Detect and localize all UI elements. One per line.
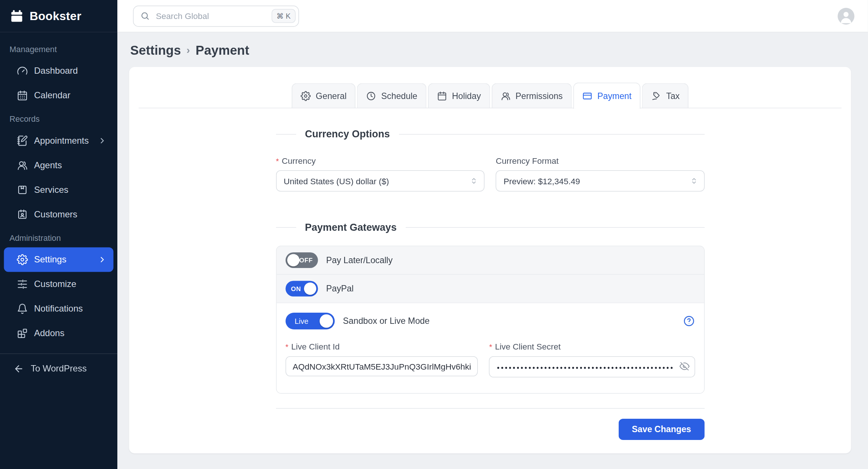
settings-card: General Schedule Holiday <box>129 67 852 453</box>
calendar-icon <box>437 91 447 101</box>
sidebar: Bookster Management Dashboard Calendar R… <box>0 0 117 469</box>
sidebar-item-agents[interactable]: Agents <box>4 153 114 178</box>
breadcrumb-settings[interactable]: Settings <box>130 43 181 58</box>
sidebar-item-calendar[interactable]: Calendar <box>4 83 114 108</box>
gear-icon <box>301 91 311 101</box>
sidebar-item-dashboard[interactable]: Dashboard <box>4 59 114 83</box>
sidebar-item-label: To WordPress <box>31 364 87 374</box>
eye-off-icon[interactable] <box>679 361 690 371</box>
masked-secret-value: ••••••••••••••••••••••••••••••••••••••••… <box>497 363 674 372</box>
tab-general[interactable]: General <box>292 83 355 109</box>
gateway-box: OFF Pay Later/Locally ON PayPal <box>276 246 705 394</box>
tab-permissions[interactable]: Permissions <box>491 83 571 109</box>
sidebar-item-notifications[interactable]: Notifications <box>4 297 114 321</box>
blocks-icon <box>17 328 28 339</box>
nav-section-records: Records <box>0 108 117 129</box>
pay-later-label: Pay Later/Locally <box>326 255 393 265</box>
toggle-state-label: Live <box>285 317 318 325</box>
sidebar-item-label: Settings <box>34 255 92 265</box>
help-icon[interactable] <box>683 315 695 327</box>
currency-format-label: Currency Format <box>496 156 559 166</box>
contact-card-icon <box>17 209 28 220</box>
currency-select[interactable]: United States (US) dollar ($) <box>276 170 485 192</box>
gateway-row-paypal: ON PayPal <box>276 275 704 303</box>
paypal-settings-panel: Live Sandbox or Live Mode <box>276 303 704 393</box>
arrow-left-icon <box>13 363 24 374</box>
select-chevrons-icon <box>469 176 478 185</box>
required-asterisk: * <box>285 342 288 351</box>
paypal-label: PayPal <box>326 284 354 294</box>
credit-card-icon <box>582 91 592 101</box>
brand-logo[interactable]: Bookster <box>0 0 117 32</box>
sidebar-item-settings[interactable]: Settings <box>4 248 114 272</box>
tab-label: Tax <box>666 91 679 101</box>
pay-later-toggle[interactable]: OFF <box>285 252 318 268</box>
sidebar-item-addons[interactable]: Addons <box>4 321 114 346</box>
search-icon <box>140 11 150 21</box>
breadcrumb-payment: Payment <box>196 43 249 58</box>
live-client-id-input[interactable] <box>285 356 478 376</box>
currency-format-select[interactable]: Preview: $12,345.49 <box>496 170 704 192</box>
tabs-underline <box>139 108 842 109</box>
live-client-id-field: * Live Client Id <box>285 342 478 377</box>
sidebar-item-to-wordpress[interactable]: To WordPress <box>0 354 117 383</box>
sidebar-item-customers[interactable]: Customers <box>4 202 114 227</box>
breadcrumb: Settings › Payment <box>117 32 868 67</box>
sidebar-item-label: Addons <box>34 328 107 338</box>
sidebar-item-label: Appointments <box>34 136 92 146</box>
notebook-pen-icon <box>17 135 28 146</box>
currency-label: Currency <box>282 156 316 166</box>
calendar-logo-icon <box>10 9 24 23</box>
user-avatar[interactable] <box>838 7 855 24</box>
tab-schedule[interactable]: Schedule <box>357 83 426 109</box>
topbar: ⌘ K <box>117 0 868 32</box>
paypal-toggle[interactable]: ON <box>285 281 318 297</box>
section-currency-options: Currency Options <box>276 128 705 140</box>
gear-icon <box>17 254 28 265</box>
required-asterisk: * <box>489 342 492 351</box>
chevron-right-icon <box>98 255 107 264</box>
form-bottom-divider <box>276 408 705 409</box>
section-title: Payment Gateways <box>305 222 397 234</box>
select-chevrons-icon <box>690 176 698 185</box>
currency-format-select-value: Preview: $12,345.49 <box>504 176 690 186</box>
sandbox-live-toggle[interactable]: Live <box>285 313 335 329</box>
users-icon <box>500 91 510 101</box>
tab-tax[interactable]: Tax <box>642 83 689 109</box>
sidebar-nav: Management Dashboard Calendar Records Ap… <box>0 32 117 383</box>
calendar-icon <box>17 90 28 101</box>
gauge-icon <box>17 66 28 77</box>
sandbox-live-label: Sandbox or Live Mode <box>343 316 430 326</box>
toggle-state-label: ON <box>291 285 301 292</box>
payment-form: Currency Options * Currency United State… <box>276 128 705 440</box>
live-client-id-label: Live Client Id <box>291 342 340 351</box>
live-client-secret-field: * Live Client Secret •••••••••••••••••••… <box>489 342 695 377</box>
gateway-row-pay-later: OFF Pay Later/Locally <box>276 246 704 275</box>
sidebar-item-label: Customers <box>34 210 107 220</box>
sliders-icon <box>17 279 28 290</box>
bell-icon <box>17 303 28 315</box>
live-client-secret-input[interactable]: ••••••••••••••••••••••••••••••••••••••••… <box>489 356 695 377</box>
tab-label: General <box>316 91 347 101</box>
tab-holiday[interactable]: Holiday <box>428 83 490 109</box>
nav-section-administration: Administration <box>0 227 117 248</box>
sidebar-item-services[interactable]: Services <box>4 178 114 202</box>
tab-label: Holiday <box>452 91 481 101</box>
search-input[interactable] <box>155 11 267 22</box>
page-content: Settings › Payment General <box>117 32 868 469</box>
sidebar-item-label: Agents <box>34 160 107 170</box>
save-changes-button[interactable]: Save Changes <box>618 419 704 440</box>
toggle-state-label: OFF <box>299 257 313 264</box>
tabs-bar: General Schedule Holiday <box>129 67 852 108</box>
currency-field: * Currency United States (US) dollar ($) <box>276 156 485 192</box>
currency-format-field: Currency Format Preview: $12,345.49 <box>496 156 704 192</box>
search-shortcut-badge: ⌘ K <box>272 9 296 23</box>
sidebar-item-label: Customize <box>34 279 107 289</box>
sidebar-item-appointments[interactable]: Appointments <box>4 128 114 153</box>
sidebar-item-label: Dashboard <box>34 66 107 76</box>
tab-payment[interactable]: Payment <box>573 83 640 109</box>
users-icon <box>17 160 28 171</box>
global-search[interactable]: ⌘ K <box>133 5 299 26</box>
live-client-secret-label: Live Client Secret <box>495 342 561 351</box>
sidebar-item-customize[interactable]: Customize <box>4 272 114 297</box>
